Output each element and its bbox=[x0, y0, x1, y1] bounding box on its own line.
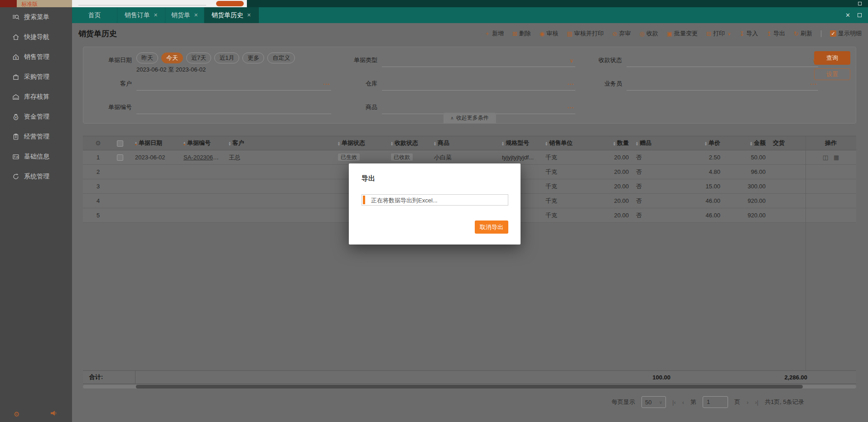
export-progress-message: 正在将数据导出到Excel... bbox=[371, 197, 438, 205]
export-modal: 导出 正在将数据导出到Excel... 取消导出 bbox=[349, 163, 521, 245]
progress-bar bbox=[363, 196, 365, 204]
export-progress-box: 正在将数据导出到Excel... bbox=[362, 194, 508, 206]
app-window: 标准版 首页 销售订单 ✕ 销货单 ✕ 销货单历史 ✕ ✕ 搜索菜单 bbox=[0, 0, 868, 422]
cancel-export-button[interactable]: 取消导出 bbox=[475, 221, 508, 234]
modal-title: 导出 bbox=[362, 174, 375, 183]
